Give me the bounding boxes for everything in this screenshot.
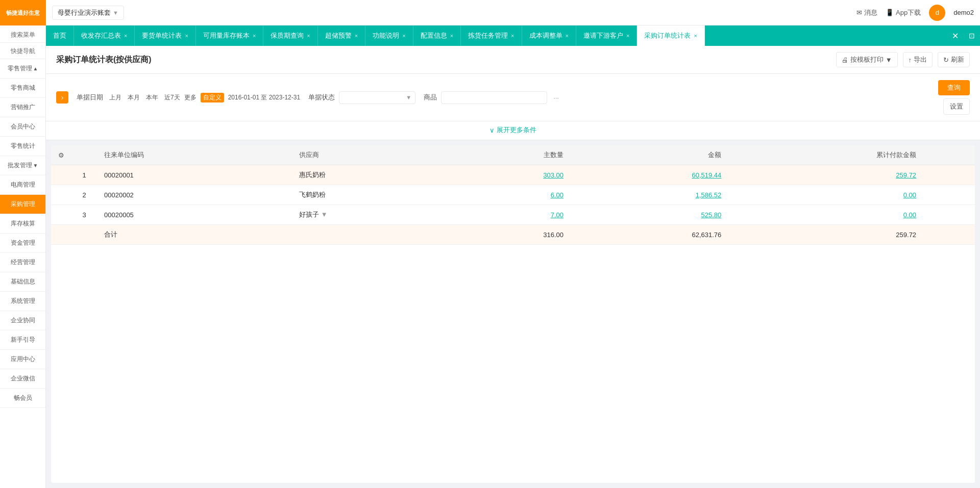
tab-purchase-summary[interactable]: 采购订单统计表 ×	[637, 25, 704, 46]
sidebar-item-quick-nav[interactable]: 快捷导航	[0, 43, 45, 59]
sidebar-item-enterprise[interactable]: 企业协同	[0, 311, 45, 330]
filter-goods-more-icon[interactable]: ···	[551, 94, 561, 101]
filter-shortcut-more[interactable]: 更多	[184, 93, 197, 102]
sidebar-item-purchase[interactable]: 采购管理	[0, 195, 45, 214]
row-paid-0: 259.72	[728, 165, 923, 185]
topbar-right: ✉ 消息 📱 App下载 d demo2	[856, 5, 974, 21]
tab-purchase-summary-label: 采购订单统计表	[644, 31, 691, 40]
tab-pick-task[interactable]: 拣货任务管理 ×	[461, 25, 522, 46]
print-arrow-icon: ▼	[886, 56, 892, 64]
tab-invite-downstream-close[interactable]: ×	[626, 33, 629, 39]
filter-expand-button[interactable]: ∨ 展开更多条件	[489, 125, 536, 135]
col-index	[71, 145, 97, 165]
query-button[interactable]: 查询	[938, 80, 970, 95]
tab-warranty[interactable]: 保质期查询 ×	[263, 25, 317, 46]
nav-close-all-icon[interactable]: ✕	[947, 31, 964, 41]
sidebar-item-wholesale[interactable]: 批发管理 ▼	[0, 156, 45, 175]
filter-toggle-button[interactable]: ›	[56, 91, 68, 104]
sidebar-item-basic[interactable]: 基础信息	[0, 272, 45, 292]
sidebar-item-finance[interactable]: 资金管理	[0, 234, 45, 253]
sidebar-item-wechat[interactable]: 企业微信	[0, 369, 45, 389]
row-unit-code-0: 00020001	[97, 165, 292, 185]
filter-date-shortcuts: 上月 本月 本年 近7天 更多	[107, 92, 197, 103]
row-settings-1[interactable]	[51, 185, 71, 205]
col-supplier: 供应商	[292, 145, 446, 165]
filter-date-label: 单据日期	[77, 93, 103, 102]
tab-function-desc-close[interactable]: ×	[402, 33, 405, 39]
footer-label: 合计	[97, 225, 446, 245]
tab-overstock[interactable]: 超储预警 ×	[318, 25, 365, 46]
topbar-app-download[interactable]: 📱 App下载	[886, 8, 921, 17]
filter-bar: › 单据日期 上月 本月 本年 近7天 更多 自定义 2016-01-01 至 …	[46, 74, 980, 121]
tab-function-desc[interactable]: 功能说明 ×	[365, 25, 413, 46]
workspace-label: 母婴行业演示账套	[58, 8, 111, 17]
tab-overstock-close[interactable]: ×	[355, 33, 358, 39]
sidebar-item-inventory[interactable]: 库存核算	[0, 214, 45, 234]
tab-home[interactable]: 首页	[46, 25, 74, 46]
filter-status-select-wrap: ▼	[339, 91, 415, 104]
sidebar-item-ecommerce[interactable]: 电商管理	[0, 175, 45, 195]
sidebar-item-member[interactable]: 会员中心	[0, 117, 45, 137]
refresh-button[interactable]: ↻ 刷新	[938, 52, 970, 67]
main-area: 母婴行业演示账套 ▼ ✉ 消息 📱 App下载 d demo2 首页 收发存汇总…	[46, 0, 980, 488]
row-unit-code-2: 00020005	[97, 205, 292, 225]
row-supplier-0: 惠氏奶粉	[292, 165, 446, 185]
tab-config-info-close[interactable]: ×	[450, 33, 453, 39]
tab-pick-task-label: 拣货任务管理	[468, 31, 508, 40]
sidebar-item-ops[interactable]: 经营管理	[0, 253, 45, 272]
filter-shortcut-this-month[interactable]: 本月	[126, 92, 142, 103]
tab-cost-adjust-close[interactable]: ×	[566, 33, 569, 39]
filter-date-range: 2016-01-01 至 2023-12-31	[228, 93, 300, 102]
row-quantity-0: 303.00	[446, 165, 571, 185]
filter-toggle-icon: ›	[61, 93, 64, 101]
sidebar-item-retail-shop[interactable]: 零售商城	[0, 79, 45, 98]
tab-available-stock-close[interactable]: ×	[253, 33, 256, 39]
filter-shortcut-last-month[interactable]: 上月	[107, 92, 124, 103]
sidebar-item-newbie[interactable]: 新手引导	[0, 330, 45, 350]
setting-button[interactable]: 设置	[943, 98, 970, 115]
sidebar-item-system[interactable]: 系统管理	[0, 292, 45, 311]
row-settings-0[interactable]	[51, 165, 71, 185]
sidebar-item-retail-stats[interactable]: 零售统计	[0, 137, 45, 156]
filter-shortcut-7days[interactable]: 近7天	[162, 92, 182, 103]
print-button[interactable]: 🖨 按模板打印 ▼	[836, 52, 898, 67]
tab-invite-downstream-label: 邀请下游客户	[583, 31, 623, 40]
col-settings[interactable]: ⚙	[51, 145, 71, 165]
tab-pick-task-close[interactable]: ×	[511, 33, 514, 39]
sidebar-item-member2[interactable]: 畅会员	[0, 389, 45, 408]
supplier-expand-icon-2[interactable]: ▼	[321, 211, 328, 218]
footer-empty-settings	[51, 225, 71, 245]
sidebar-item-marketing[interactable]: 营销推广	[0, 98, 45, 117]
tab-purchase-summary-close[interactable]: ×	[694, 33, 697, 39]
sidebar: 畅捷通好生意 搜索菜单 快捷导航 零售管理 ▲ 零售商城 营销推广 会员中心 零…	[0, 0, 46, 488]
user-avatar[interactable]: d	[929, 5, 945, 21]
filter-shortcut-this-year[interactable]: 本年	[144, 92, 160, 103]
sidebar-item-search[interactable]: 搜索菜单	[0, 25, 45, 43]
tab-goods-summary[interactable]: 要货单统计表 ×	[135, 25, 195, 46]
nav-maximize-icon[interactable]: ⊡	[964, 32, 980, 40]
workspace-selector[interactable]: 母婴行业演示账套 ▼	[52, 6, 124, 20]
tab-warranty-close[interactable]: ×	[307, 33, 310, 39]
filter-goods-label: 商品	[424, 93, 437, 102]
filter-status-group: 单据状态 ▼	[308, 91, 415, 104]
tab-invite-downstream[interactable]: 邀请下游客户 ×	[576, 25, 637, 46]
username-label[interactable]: demo2	[953, 9, 974, 16]
tab-available-stock[interactable]: 可用量库存账本 ×	[196, 25, 263, 46]
filter-status-select[interactable]	[339, 91, 415, 104]
row-settings-2[interactable]	[51, 205, 71, 225]
tab-cost-adjust[interactable]: 成本调整单 ×	[522, 25, 576, 46]
tab-collect-pay[interactable]: 收发存汇总表 ×	[74, 25, 135, 46]
export-button[interactable]: ↑ 导出	[903, 52, 933, 67]
nav-tabs: 首页 收发存汇总表 × 要货单统计表 × 可用量库存账本 × 保质期查询 × 超…	[46, 25, 980, 46]
tab-collect-pay-close[interactable]: ×	[124, 33, 127, 39]
filter-goods-group: 商品 ···	[424, 91, 561, 104]
footer-quantity: 316.00	[446, 225, 571, 245]
filter-goods-input[interactable]	[441, 91, 547, 104]
table-wrap[interactable]: ⚙ 往来单位编码 供应商 主数量 金额 累计付款金额 1	[51, 145, 975, 483]
tab-config-info[interactable]: 配置信息 ×	[413, 25, 461, 46]
topbar-message[interactable]: ✉ 消息	[856, 8, 877, 17]
sidebar-item-retail[interactable]: 零售管理 ▲	[0, 59, 45, 79]
sidebar-item-app-center[interactable]: 应用中心	[0, 350, 45, 369]
print-label: 按模板打印	[850, 55, 884, 64]
tab-goods-summary-close[interactable]: ×	[185, 33, 188, 39]
